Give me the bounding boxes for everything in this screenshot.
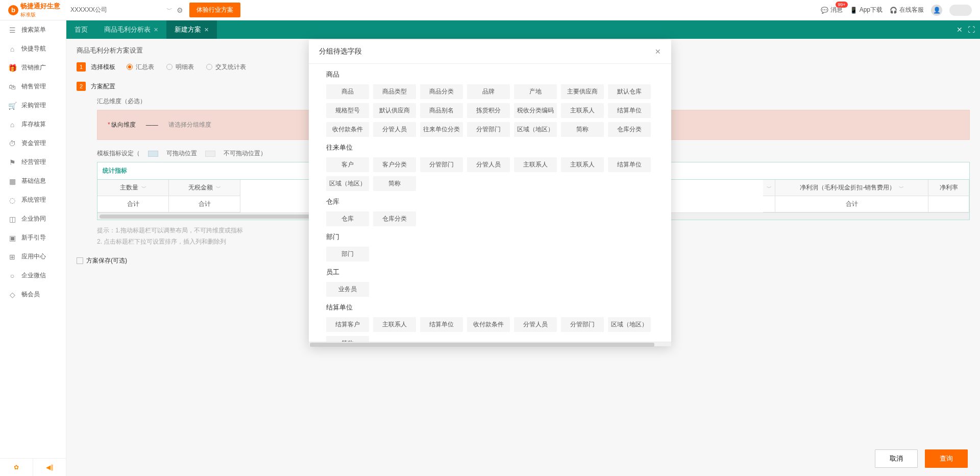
sidebar-item-7[interactable]: ⚑经营管理 <box>0 153 66 172</box>
query-button[interactable]: 查询 <box>925 449 968 468</box>
field-chip[interactable]: 仓库分类 <box>608 122 651 137</box>
sidebar-item-11[interactable]: ▣新手引导 <box>0 228 66 247</box>
field-chip[interactable]: 商品分类 <box>420 84 463 99</box>
field-chip[interactable]: 结算单位 <box>608 103 651 118</box>
field-chip[interactable]: 商品类型 <box>373 84 416 99</box>
field-group-4: 员工业务员 <box>326 268 661 297</box>
field-chip[interactable]: 区域（地区） <box>608 317 651 332</box>
template-radio-2[interactable]: 交叉统计表 <box>206 63 246 72</box>
sidebar-item-13[interactable]: ○企业微信 <box>0 266 66 285</box>
grid-col-main-qty[interactable]: 主数量﹀ <box>97 180 169 196</box>
modal-close-icon[interactable]: ✕ <box>655 47 661 56</box>
field-chip[interactable]: 分管人员 <box>373 122 416 137</box>
field-chip[interactable]: 分管人员 <box>467 157 510 172</box>
dimension-placeholder[interactable]: 请选择分组维度 <box>168 121 211 129</box>
tab-expand-icon[interactable]: ⛶ <box>968 26 975 34</box>
field-chip[interactable]: 税收分类编码 <box>514 103 557 118</box>
field-chip[interactable]: 收付款条件 <box>326 122 369 137</box>
field-chip[interactable]: 默认供应商 <box>373 103 416 118</box>
gear-icon[interactable]: ⚙ <box>177 6 183 14</box>
sidebar-item-9[interactable]: ◌系统管理 <box>0 191 66 209</box>
tab-close-all-icon[interactable]: ✕ <box>957 26 963 34</box>
field-chip[interactable]: 拣货积分 <box>467 103 510 118</box>
sidebar-item-1[interactable]: ⌂快捷导航 <box>0 39 66 58</box>
sidebar-item-5[interactable]: ⌂库存核算 <box>0 115 66 134</box>
field-chip[interactable]: 简称 <box>326 336 369 342</box>
tab-close-icon[interactable]: ✕ <box>204 27 209 33</box>
sidebar-item-4[interactable]: 🛒采购管理 <box>0 96 66 115</box>
template-radio-1[interactable]: 明细表 <box>166 63 194 72</box>
avatar[interactable]: 👤 <box>931 5 942 16</box>
field-chip[interactable]: 分管人员 <box>514 317 557 332</box>
app-download-link[interactable]: 📱 App下载 <box>850 6 883 14</box>
field-chip[interactable]: 默认仓库 <box>608 84 651 99</box>
sidebar-settings-button[interactable]: ✿ <box>0 459 33 476</box>
sidebar-item-0[interactable]: ☰搜索菜单 <box>0 20 66 39</box>
field-chip[interactable]: 分管部门 <box>561 317 604 332</box>
modal-body[interactable]: 商品商品商品类型商品分类品牌产地主要供应商默认仓库规格型号默认供应商商品别名拣货… <box>309 64 671 342</box>
field-chip[interactable]: 品牌 <box>467 84 510 99</box>
sidebar-item-3[interactable]: 🛍销售管理 <box>0 77 66 96</box>
messages-badge: 99+ <box>836 2 847 8</box>
field-group-title: 结算单位 <box>326 303 661 312</box>
field-chip[interactable]: 规格型号 <box>326 103 369 118</box>
grid-col-dropdown[interactable]: ﹀ <box>763 180 775 196</box>
field-chip[interactable]: 简称 <box>561 122 604 137</box>
field-chip[interactable]: 商品别名 <box>420 103 463 118</box>
messages-link[interactable]: 💬 消息 99+ <box>821 6 843 14</box>
field-chip[interactable]: 客户 <box>326 157 369 172</box>
sidebar-collapse-button[interactable]: ◀∥ <box>33 459 66 476</box>
field-chip[interactable]: 部门 <box>326 247 369 261</box>
sidebar-item-label: 新手引导 <box>21 233 46 242</box>
template-radio-0[interactable]: 汇总表 <box>127 63 154 72</box>
sidebar-item-10[interactable]: ◫企业协同 <box>0 209 66 228</box>
grid-col-net-rate[interactable]: 净利率 <box>928 180 969 196</box>
online-service-link[interactable]: 🎧 在线客服 <box>890 6 924 14</box>
save-scheme-checkbox[interactable] <box>77 257 83 264</box>
field-chip[interactable]: 区域（地区） <box>326 176 369 191</box>
tab-close-icon[interactable]: ✕ <box>154 27 158 33</box>
company-select[interactable]: XXXXXX公司 ﹀ <box>70 6 173 14</box>
field-chip[interactable]: 仓库分类 <box>373 211 416 226</box>
sidebar-item-icon: ⏱ <box>8 139 16 148</box>
field-chip[interactable]: 业务员 <box>326 282 369 297</box>
field-chip[interactable]: 分管部门 <box>420 157 463 172</box>
chevron-down-icon: ﹀ <box>141 184 146 192</box>
tab-2[interactable]: 新建方案✕ <box>166 20 217 39</box>
sidebar-item-label: 经营管理 <box>21 158 46 166</box>
field-chip[interactable]: 分管部门 <box>467 122 510 137</box>
field-chip[interactable]: 仓库 <box>326 211 369 226</box>
tab-1[interactable]: 商品毛利分析表✕ <box>96 20 166 39</box>
field-chip[interactable]: 产地 <box>514 84 557 99</box>
field-chip[interactable]: 商品 <box>326 84 369 99</box>
field-chip[interactable]: 结算单位 <box>420 317 463 332</box>
sidebar-item-14[interactable]: ◇畅会员 <box>0 285 66 304</box>
field-chip[interactable]: 主联系人 <box>373 317 416 332</box>
modal-horizontal-scrollbar[interactable] <box>309 342 671 346</box>
app-download-label: App下载 <box>860 6 883 14</box>
sidebar-item-icon: 🛍 <box>8 83 16 91</box>
cancel-button[interactable]: 取消 <box>875 449 918 468</box>
field-chip[interactable]: 主联系人 <box>514 157 557 172</box>
industry-scheme-button[interactable]: 体验行业方案 <box>189 3 240 17</box>
field-chip[interactable]: 收付款条件 <box>467 317 510 332</box>
field-chip[interactable]: 结算客户 <box>326 317 369 332</box>
grid-col-net-profit[interactable]: 净利润（毛利-现金折扣-销售费用）﹀ <box>775 180 928 196</box>
sidebar-item-2[interactable]: 🎁营销推广 <box>0 58 66 77</box>
field-chip[interactable]: 简称 <box>373 176 416 191</box>
field-chip[interactable]: 区域（地区） <box>514 122 557 137</box>
field-chip[interactable]: 主要供应商 <box>561 84 604 99</box>
sidebar-item-12[interactable]: ⊞应用中心 <box>0 247 66 266</box>
grid-col-untaxed-amount[interactable]: 无税金额﹀ <box>169 180 240 196</box>
sidebar-item-6[interactable]: ⏱资金管理 <box>0 134 66 153</box>
user-pill[interactable] <box>949 5 972 16</box>
tab-label: 新建方案 <box>175 25 201 34</box>
field-chip[interactable]: 结算单位 <box>608 157 651 172</box>
field-chip[interactable]: 主联系人 <box>561 103 604 118</box>
field-chip[interactable]: 客户分类 <box>373 157 416 172</box>
sidebar-item-8[interactable]: ▦基础信息 <box>0 172 66 191</box>
field-chip[interactable]: 主联系人 <box>561 157 604 172</box>
tab-0[interactable]: 首页 <box>66 20 96 39</box>
grid-sum-cell: 合计 <box>169 196 240 212</box>
field-chip[interactable]: 往来单位分类 <box>420 122 463 137</box>
